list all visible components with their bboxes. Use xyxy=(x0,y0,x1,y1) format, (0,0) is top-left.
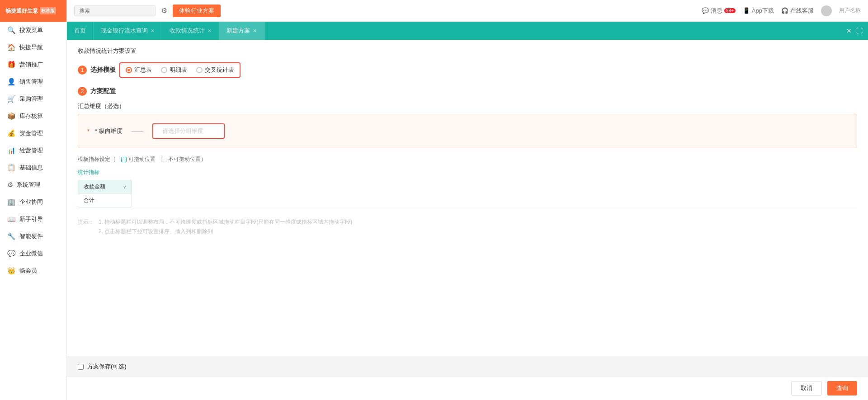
radio-cross[interactable]: 交叉统计表 xyxy=(196,66,234,74)
sidebar-item-sales[interactable]: 👤 销售管理 xyxy=(0,73,66,90)
tabbar-actions: ✕ ⛶ xyxy=(841,22,868,40)
sidebar-item-label: 智能硬件 xyxy=(19,232,43,240)
content-area: 收款情况统计方案设置 1 选择模板 汇总表 明细表 xyxy=(67,40,868,376)
tabbar: 首页 现金银行流水查询 ✕ 收款情况统计 ✕ 新建方案 ✕ ✕ ⛶ xyxy=(67,22,868,40)
radio-summary-label: 汇总表 xyxy=(134,66,152,74)
tab-new-plan[interactable]: 新建方案 ✕ xyxy=(219,22,264,40)
sidebar-item-label: 系统管理 xyxy=(17,181,40,189)
gift-icon: 🎁 xyxy=(7,61,16,69)
tip-section: 提示： 1. 拖动标题栏可以调整布局，不可跨维度或指标区域拖动栏目字段(只能在同… xyxy=(78,209,857,235)
sidebar-item-label: 采购管理 xyxy=(19,95,43,103)
money-icon: 💰 xyxy=(7,129,16,137)
building-icon: 🏢 xyxy=(7,198,16,206)
home-icon: 🏠 xyxy=(7,43,16,52)
sidebar-item-system[interactable]: ⚙ 系统管理 xyxy=(0,176,66,193)
radio-summary[interactable]: 汇总表 xyxy=(126,66,152,74)
radio-detail[interactable]: 明细表 xyxy=(161,66,187,74)
sidebar-item-label: 企业微信 xyxy=(19,249,43,258)
sidebar-item-guide[interactable]: 📖 新手引导 xyxy=(0,211,66,228)
sidebar-item-wechat[interactable]: 💬 企业微信 xyxy=(0,245,66,262)
radio-summary-circle xyxy=(126,67,132,73)
tab-home[interactable]: 首页 xyxy=(67,22,94,40)
gear-icon: ⚙ xyxy=(7,181,13,189)
dimension-placeholder: 请选择分组维度 xyxy=(162,127,203,134)
download-label: App下载 xyxy=(752,7,774,15)
stat-table: 收款金额 ∨ 合计 xyxy=(78,180,132,207)
sidebar-item-label: 新手引导 xyxy=(19,215,43,223)
search-icon: 🔍 xyxy=(7,26,16,34)
message-icon: 💬 xyxy=(702,7,709,14)
tab-close-icon[interactable]: ✕ xyxy=(846,27,852,34)
sidebar-item-label: 营销推广 xyxy=(19,61,43,69)
query-button[interactable]: 查询 xyxy=(827,381,857,395)
sidebar-item-enterprise[interactable]: 🏢 企业协同 xyxy=(0,193,66,211)
search-input[interactable] xyxy=(74,5,156,16)
industry-btn[interactable]: 体验行业方案 xyxy=(173,5,221,17)
tab-bank-flow-label: 现金银行流水查询 xyxy=(101,27,148,35)
step2-title: 方案配置 xyxy=(90,87,116,95)
sidebar-item-operations[interactable]: 📊 经营管理 xyxy=(0,142,66,159)
sidebar-item-inventory[interactable]: 📦 库存核算 xyxy=(0,108,66,125)
sidebar-item-purchase[interactable]: 🛒 采购管理 xyxy=(0,90,66,108)
page-content: 收款情况统计方案设置 1 选择模板 汇总表 明细表 xyxy=(67,40,868,357)
sidebar-item-label: 快捷导航 xyxy=(19,43,43,52)
tab-home-label: 首页 xyxy=(74,27,86,35)
sidebar-item-basic-info[interactable]: 📋 基础信息 xyxy=(0,159,66,176)
stat-table-row: 合计 xyxy=(78,193,132,207)
save-label: 方案保存(可选) xyxy=(87,362,127,371)
tab-collection-stat[interactable]: 收款情况统计 ✕ xyxy=(162,22,219,40)
step2-header: 2 方案配置 xyxy=(78,87,857,96)
sidebar-item-label: 销售管理 xyxy=(19,78,43,86)
crown-icon: 👑 xyxy=(7,267,16,275)
tab-collection-stat-close[interactable]: ✕ xyxy=(208,28,212,34)
sidebar-item-label: 基础信息 xyxy=(19,164,43,172)
sidebar-item-label: 搜索菜单 xyxy=(19,26,43,34)
sidebar-item-quick-nav[interactable]: 🏠 快捷导航 xyxy=(0,39,66,56)
step2-num: 2 xyxy=(78,87,87,96)
book-icon: 📖 xyxy=(7,215,16,223)
chart-icon: 📊 xyxy=(7,146,16,155)
radio-detail-circle xyxy=(161,67,167,73)
tab-bank-flow-close[interactable]: ✕ xyxy=(151,28,155,34)
tab-expand-icon[interactable]: ⛶ xyxy=(856,27,863,34)
page-title: 收款情况统计方案设置 xyxy=(78,47,857,55)
stat-table-header[interactable]: 收款金额 ∨ xyxy=(78,180,132,193)
template-radio-group: 汇总表 明细表 交叉统计表 xyxy=(119,62,241,78)
hint-draggable-label: 可拖动位置 xyxy=(128,155,156,163)
topbar-right: 💬 消息 99+ 📱 App下载 🎧 在线客服 用户名称 xyxy=(702,5,861,16)
topbar: ⚙ 体验行业方案 💬 消息 99+ 📱 App下载 🎧 在线客服 用户名称 xyxy=(67,0,868,22)
download-icon: 📱 xyxy=(743,7,750,14)
user-avatar[interactable] xyxy=(821,5,832,16)
sidebar-item-search-menu[interactable]: 🔍 搜索菜单 xyxy=(0,22,66,39)
sidebar-item-member[interactable]: 👑 畅会员 xyxy=(0,262,66,279)
headset-icon: 🎧 xyxy=(781,7,788,14)
step1-header: 1 选择模板 汇总表 明细表 xyxy=(78,62,857,78)
save-checkbox[interactable] xyxy=(78,364,84,370)
sidebar-item-label: 库存核算 xyxy=(19,112,43,120)
notification-btn[interactable]: 💬 消息 99+ xyxy=(702,7,736,15)
tab-bank-flow[interactable]: 现金银行流水查询 ✕ xyxy=(94,22,162,40)
sidebar-logo: 畅捷通好生意 标准版 xyxy=(0,0,66,22)
tip2: 提示： 2. 点击标题栏下拉可设置排序、插入列和删除列 xyxy=(78,228,857,235)
dimension-select[interactable]: 请选择分组维度 xyxy=(152,123,225,139)
sidebar-item-label: 资金管理 xyxy=(19,129,43,137)
sidebar-logo-badge: 标准版 xyxy=(40,7,56,14)
download-btn[interactable]: 📱 App下载 xyxy=(743,7,774,15)
required-star: * xyxy=(87,128,90,135)
tip-prefix: 提示： xyxy=(78,219,97,225)
chevron-down-icon[interactable]: ∨ xyxy=(123,184,126,189)
service-btn[interactable]: 🎧 在线客服 xyxy=(781,7,814,15)
dimension-section-title: 汇总维度（必选） xyxy=(78,102,857,110)
sidebar-item-finance[interactable]: 💰 资金管理 xyxy=(0,125,66,142)
tab-new-plan-close[interactable]: ✕ xyxy=(253,28,257,34)
radio-detail-label: 明细表 xyxy=(170,66,187,74)
sidebar-item-label: 经营管理 xyxy=(19,146,43,155)
cancel-button[interactable]: 取消 xyxy=(791,381,822,395)
sidebar-item-marketing[interactable]: 🎁 营销推广 xyxy=(0,56,66,73)
vertical-dimension-label: * 纵向维度 xyxy=(95,127,123,135)
tip1-text: 1. 拖动标题栏可以调整布局，不可跨维度或指标区域拖动栏目字段(只能在同一维度或… xyxy=(99,219,352,225)
settings-icon[interactable]: ⚙ xyxy=(161,6,167,15)
hint-nondraggable-label: 不可拖动位置） xyxy=(168,155,206,163)
sidebar-item-smart-hw[interactable]: 🔧 智能硬件 xyxy=(0,228,66,245)
wrench-icon: 🔧 xyxy=(7,232,16,240)
